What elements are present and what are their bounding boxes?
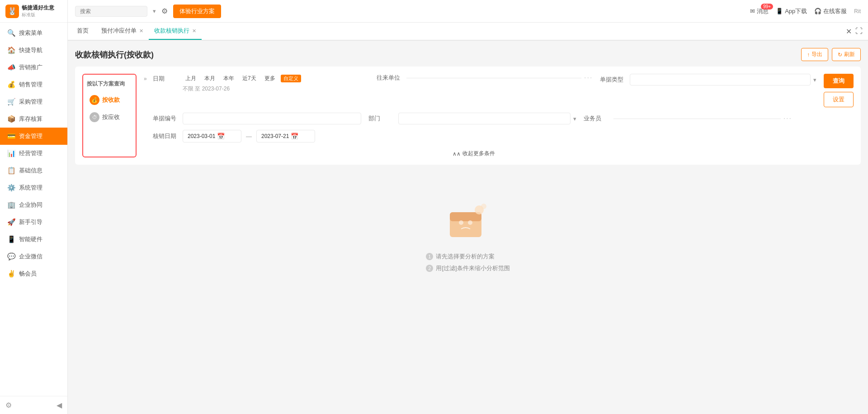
doctype-chevron-icon: ▾	[813, 76, 816, 83]
page-header: 收款核销执行(按收款) ↑ 导出 ↻ 刷新	[75, 48, 861, 61]
filter-main: 日期 上月 本月 本年 近7天 更多 自定义 不限 至 2023-0	[153, 74, 854, 157]
tab-prepayment[interactable]: 预付冲应付单 ✕	[96, 23, 149, 40]
sidebar-item-operations[interactable]: 📊 经营管理	[0, 145, 67, 162]
system-icon: ⚙️	[7, 184, 15, 192]
tab-receivable-writeoff-close[interactable]: ✕	[192, 28, 196, 34]
doc-no-input[interactable]	[183, 113, 361, 124]
staff-dots-btn[interactable]: ···	[783, 114, 792, 123]
date-btn-this-year[interactable]: 本年	[221, 74, 237, 83]
sidebar-item-sales[interactable]: 💰 销售管理	[0, 76, 67, 93]
hardware-icon: 📱	[7, 235, 15, 243]
filter-date-group: 上月 本月 本年 近7天 更多 自定义	[183, 74, 301, 83]
query-btn[interactable]: 查询	[824, 74, 854, 88]
sidebar-logo: 🐰 畅捷通好生意 标准版	[0, 0, 67, 23]
tab-home[interactable]: 首页	[70, 23, 96, 40]
date-custom-badge[interactable]: 自定义	[281, 75, 301, 82]
sidebar-item-marketing[interactable]: 📣 营销推广	[0, 59, 67, 76]
refresh-icon: ↻	[838, 52, 842, 58]
sidebar-item-finance[interactable]: 💳 资金管理	[0, 128, 67, 145]
writeoff-date-end-calendar-icon[interactable]: 📅	[291, 133, 298, 140]
filter-doctype-group: 单据类型 ▾	[600, 74, 816, 86]
date-btn-last-month[interactable]: 上月	[183, 74, 199, 83]
tab-prepayment-close[interactable]: ✕	[139, 28, 143, 34]
date-btn-this-month[interactable]: 本月	[202, 74, 218, 83]
tabbar-expand-icon[interactable]: ⛶	[855, 27, 863, 35]
finance-icon: 💳	[7, 132, 15, 140]
topbar-online-service[interactable]: 🎧 在线客服	[814, 7, 847, 15]
sidebar-item-search-menu[interactable]: 🔍 搜索菜单	[0, 24, 67, 42]
purchase-icon: 🛒	[7, 98, 15, 106]
tabbar-close-icon[interactable]: ✕	[846, 27, 852, 36]
filter-row3: 核销日期 2023-03-01 📅 — 2023-07-21 📅	[153, 130, 854, 143]
writeoff-date-start-calendar-icon[interactable]: 📅	[217, 133, 225, 140]
query-actions: 查询 设置	[824, 74, 854, 107]
sidebar-item-guide[interactable]: 🚀 新手引导	[0, 214, 67, 231]
settings-btn[interactable]: 设置	[824, 92, 854, 107]
filter-row2: 单据编号 部门 ▾ 业务员 ···	[153, 113, 854, 124]
partner-dots-btn[interactable]: ···	[584, 74, 593, 82]
topbar-username: Rit	[854, 8, 861, 14]
topbar: ▾ ⚙ 体验行业方案 ✉ 消息 99+ 📱 App下载 🎧 在线客服 Rit	[68, 0, 868, 23]
message-icon: ✉	[750, 8, 755, 14]
sidebar-settings-btn[interactable]: ⚙	[5, 401, 12, 409]
sidebar-item-wechat[interactable]: 💬 企业微信	[0, 248, 67, 265]
empty-tips: 1 请先选择要分析的方案 2 用[过滤]条件来缩小分析范围	[426, 251, 509, 274]
filter-option-by-receipt[interactable]: 💰 按收款	[87, 91, 132, 109]
sidebar-item-enterprise[interactable]: 🏢 企业协同	[0, 196, 67, 214]
svg-point-3	[468, 220, 472, 225]
topbar-chevron-icon[interactable]: ▾	[153, 8, 156, 14]
tab-receivable-writeoff[interactable]: 收款核销执行 ✕	[149, 23, 202, 40]
filter-docno-group: 单据编号	[153, 113, 361, 124]
sidebar-item-hardware[interactable]: 📱 智能硬件	[0, 231, 67, 248]
filter-dept-group: 部门 ▾	[368, 113, 577, 124]
date-btn-more[interactable]: 更多	[262, 74, 278, 83]
refresh-btn[interactable]: ↻ 刷新	[832, 48, 861, 61]
dept-select[interactable]	[398, 113, 571, 124]
topbar-app-download[interactable]: 📱 App下载	[776, 7, 807, 15]
empty-illustration	[445, 201, 491, 242]
sidebar-item-basic-info[interactable]: 📋 基础信息	[0, 162, 67, 179]
sidebar-footer: ⚙ ◀	[0, 396, 67, 414]
filter-date-row: 日期 上月 本月 本年 近7天 更多 自定义 不限 至 2023-0	[153, 74, 369, 93]
filter-option-by-receivable[interactable]: ⏱ 按应收	[87, 109, 132, 126]
page-actions: ↑ 导出 ↻ 刷新	[801, 48, 861, 61]
filter-staff-group: 业务员 ···	[584, 114, 792, 123]
topbar-search-input[interactable]	[75, 6, 147, 17]
collapse-more-btn[interactable]: ∧∧ 收起更多条件	[453, 150, 495, 157]
sidebar-collapse-btn[interactable]: ◀	[57, 401, 62, 409]
by-receipt-icon: 💰	[90, 95, 99, 105]
filter-partner-group: 往来单位 ···	[377, 74, 593, 82]
sidebar-item-inventory[interactable]: 📦 库存核算	[0, 110, 67, 128]
empty-svg	[445, 201, 491, 242]
sidebar-item-quick-nav[interactable]: 🏠 快捷导航	[0, 42, 67, 59]
page-title: 收款核销执行(按收款)	[75, 49, 154, 60]
export-icon: ↑	[807, 52, 810, 58]
logo-icon: 🐰	[5, 5, 19, 18]
content-area: 收款核销执行(按收款) ↑ 导出 ↻ 刷新 按以下方案查询 💰 按收款	[68, 41, 868, 414]
inventory-icon: 📦	[7, 115, 15, 123]
dept-chevron-icon: ▾	[573, 115, 576, 122]
date-range-text: 不限 至 2023-07-26	[183, 86, 230, 92]
operations-icon: 📊	[7, 149, 15, 157]
sidebar: 🐰 畅捷通好生意 标准版 🔍 搜索菜单 🏠 快捷导航 📣 营销推广 💰 销售管理…	[0, 0, 68, 414]
sales-icon: 💰	[7, 81, 15, 89]
tabbar: 首页 预付冲应付单 ✕ 收款核销执行 ✕ ✕ ⛶	[68, 23, 868, 41]
filter-writeoff-date-group: 核销日期 2023-03-01 📅 — 2023-07-21 📅	[153, 130, 363, 143]
sidebar-item-system[interactable]: ⚙️ 系统管理	[0, 179, 67, 196]
filter-collapse-btn[interactable]: »	[144, 74, 153, 157]
date-btn-7days[interactable]: 近7天	[240, 74, 259, 83]
topbar-message[interactable]: ✉ 消息 99+	[750, 7, 769, 15]
sidebar-item-purchase[interactable]: 🛒 采购管理	[0, 93, 67, 110]
doc-type-select[interactable]	[630, 74, 811, 86]
by-receivable-icon: ⏱	[90, 112, 99, 122]
industry-btn[interactable]: 体验行业方案	[173, 5, 221, 18]
sidebar-item-member[interactable]: ✌️ 畅会员	[0, 265, 67, 282]
message-badge: 99+	[761, 4, 773, 10]
date-separator: —	[246, 133, 252, 140]
export-btn[interactable]: ↑ 导出	[801, 48, 828, 61]
writeoff-date-end[interactable]: 2023-07-21 📅	[256, 130, 315, 143]
topbar-gear-icon[interactable]: ⚙	[161, 7, 168, 15]
filter-sidebar: 按以下方案查询 💰 按收款 ⏱ 按应收	[82, 74, 137, 157]
member-icon: ✌️	[7, 270, 15, 278]
writeoff-date-start[interactable]: 2023-03-01 📅	[183, 130, 241, 143]
